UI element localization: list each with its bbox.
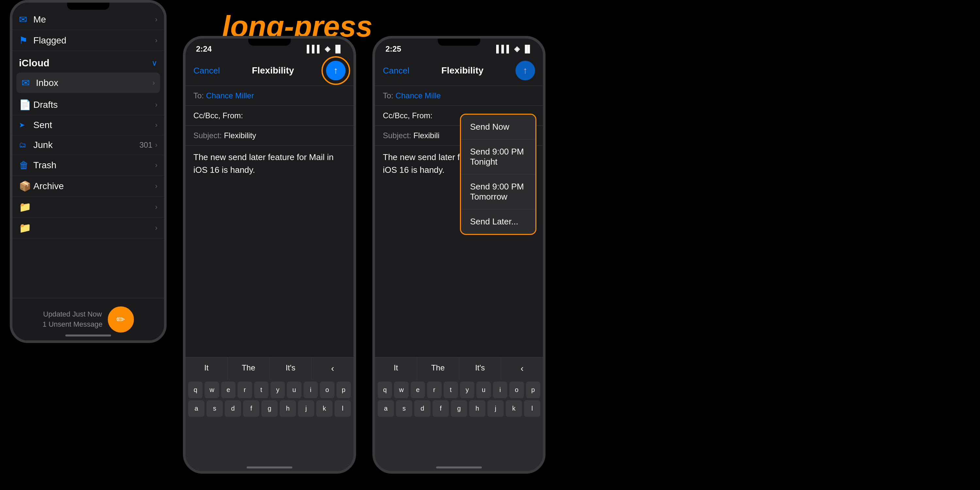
list-item-junk[interactable]: 🗂 Junk 301 › <box>13 135 164 155</box>
key-q[interactable]: q <box>188 382 202 398</box>
key-t[interactable]: t <box>254 382 269 398</box>
compose-nav: Cancel Flexibility ↑ <box>375 57 543 86</box>
inbox-item[interactable]: ✉ Inbox › <box>16 73 160 93</box>
key-l[interactable]: l <box>334 400 351 417</box>
send-up-arrow-icon: ↑ <box>523 65 528 76</box>
key-o[interactable]: o <box>320 382 334 398</box>
key-a[interactable]: a <box>378 400 394 417</box>
chevron-icon: › <box>155 141 158 149</box>
suggestion-the[interactable]: The <box>228 357 270 380</box>
suggestion-its[interactable]: It's <box>270 357 312 380</box>
battery-icon: ▐▌ <box>333 45 343 53</box>
time-display: 2:25 <box>385 45 401 54</box>
key-o[interactable]: o <box>509 382 523 398</box>
key-p[interactable]: p <box>336 382 351 398</box>
list-item-folder2[interactable]: 📁 › <box>13 218 164 239</box>
suggestion-it[interactable]: It <box>186 357 228 380</box>
key-u[interactable]: u <box>476 382 491 398</box>
keyboard-hide-button[interactable]: ‹ <box>312 357 353 380</box>
key-r[interactable]: r <box>427 382 441 398</box>
key-q[interactable]: q <box>378 382 392 398</box>
cancel-button[interactable]: Cancel <box>193 66 220 76</box>
key-e[interactable]: e <box>410 382 425 398</box>
subject-field[interactable]: Subject: Flexibility <box>186 126 353 146</box>
key-s[interactable]: s <box>207 400 223 417</box>
home-indicator <box>65 334 111 336</box>
cancel-button[interactable]: Cancel <box>383 66 409 76</box>
phone1-notch <box>67 3 110 10</box>
chevron-icon: › <box>155 182 158 191</box>
key-w[interactable]: w <box>205 382 219 398</box>
bottom-toolbar: Updated Just Now 1 Unsent Message ✏ <box>13 298 164 340</box>
key-r[interactable]: r <box>237 382 252 398</box>
list-item-drafts[interactable]: 📄 Drafts › <box>13 94 164 115</box>
inbox-icon: ✉ <box>22 77 36 89</box>
compose-title: Flexibility <box>441 65 484 76</box>
folder-icon: 📁 <box>19 201 33 213</box>
key-e[interactable]: e <box>221 382 235 398</box>
list-item-me[interactable]: ✉ Me › <box>13 9 164 30</box>
key-f[interactable]: f <box>433 400 449 417</box>
phone3: 2:25 ▌▌▌ ◈ ▐▌ Cancel Flexibility ↑ To: C… <box>372 36 546 474</box>
list-item-folder1[interactable]: 📁 › <box>13 197 164 218</box>
keyboard-hide-button[interactable]: ‹ <box>501 357 543 380</box>
key-h[interactable]: h <box>280 400 296 417</box>
send-now-option[interactable]: Send Now <box>461 115 535 140</box>
key-a[interactable]: a <box>188 400 205 417</box>
key-i[interactable]: i <box>304 382 318 398</box>
key-d[interactable]: d <box>414 400 431 417</box>
key-j[interactable]: j <box>298 400 314 417</box>
status-icons: ▌▌▌ ◈ ▐▌ <box>307 45 343 53</box>
suggestion-its[interactable]: It's <box>459 357 501 380</box>
list-item-flagged[interactable]: ⚑ Flagged › <box>13 30 164 51</box>
key-y[interactable]: y <box>460 382 474 398</box>
key-j[interactable]: j <box>487 400 504 417</box>
icloud-collapse-icon[interactable]: ∨ <box>151 59 158 68</box>
folder-icon: 📁 <box>19 222 33 234</box>
compose-body[interactable]: The new send later feature for Mail in i… <box>186 146 353 181</box>
send-button[interactable]: ↑ <box>515 61 535 80</box>
signal-icon: ▌▌▌ <box>307 45 322 53</box>
list-item-trash[interactable]: 🗑 Trash › <box>13 155 164 176</box>
key-k[interactable]: k <box>316 400 332 417</box>
key-g[interactable]: g <box>261 400 278 417</box>
keyboard[interactable]: q w e r t y u i o p a s d f g h j k l <box>186 380 353 471</box>
send-later-dropdown: Send Now Send 9:00 PM Tonight Send 9:00 … <box>460 114 536 235</box>
send-tomorrow-option[interactable]: Send 9:00 PM Tomorrow <box>461 175 535 209</box>
keyboard[interactable]: q w e r t y u i o p a s d f g h j k l <box>375 380 543 471</box>
to-field[interactable]: To: Chance Miller <box>186 86 353 106</box>
list-item-sent[interactable]: ➤ Sent › <box>13 115 164 135</box>
send-button[interactable]: ↑ <box>326 61 345 80</box>
key-l[interactable]: l <box>524 400 540 417</box>
me-icon: ✉ <box>19 14 33 25</box>
key-d[interactable]: d <box>225 400 241 417</box>
key-k[interactable]: k <box>506 400 522 417</box>
to-field[interactable]: To: Chance Mille <box>375 86 543 106</box>
suggestion-it[interactable]: It <box>375 357 417 380</box>
send-later-option[interactable]: Send Later... <box>461 209 535 234</box>
compose-title: Flexibility <box>252 65 294 76</box>
list-item-archive[interactable]: 📦 Archive › <box>13 176 164 197</box>
wifi-icon: ◈ <box>325 45 330 53</box>
key-t[interactable]: t <box>444 382 458 398</box>
key-s[interactable]: s <box>396 400 412 417</box>
icloud-section-header: iCloud ∨ <box>13 51 164 71</box>
key-y[interactable]: y <box>270 382 285 398</box>
key-g[interactable]: g <box>451 400 467 417</box>
phone2: 2:24 ▌▌▌ ◈ ▐▌ Cancel Flexibility ↑ To: C… <box>183 36 356 474</box>
phone2-notch <box>248 38 291 46</box>
junk-icon: 🗂 <box>19 141 33 149</box>
drafts-icon: 📄 <box>19 99 33 110</box>
key-i[interactable]: i <box>493 382 508 398</box>
send-tonight-option[interactable]: Send 9:00 PM Tonight <box>461 140 535 175</box>
compose-button[interactable]: ✏ <box>108 306 134 332</box>
key-h[interactable]: h <box>469 400 485 417</box>
suggestion-the[interactable]: The <box>417 357 459 380</box>
chevron-icon: › <box>153 79 155 87</box>
chevron-icon: › <box>155 161 158 170</box>
cc-bcc-field[interactable]: Cc/Bcc, From: <box>186 106 353 126</box>
key-p[interactable]: p <box>526 382 540 398</box>
key-w[interactable]: w <box>394 382 408 398</box>
key-f[interactable]: f <box>243 400 259 417</box>
key-u[interactable]: u <box>287 382 301 398</box>
